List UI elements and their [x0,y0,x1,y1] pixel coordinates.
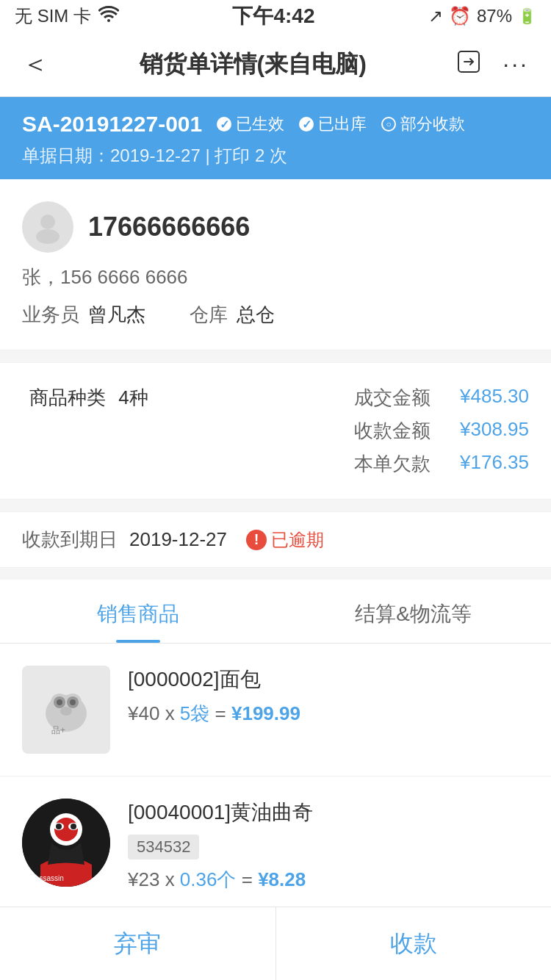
battery-icon: 🔋 [518,7,536,25]
stats-row: 商品种类 4种 成交金额 ¥485.30 收款金额 ¥308.95 本单欠款 ¥… [22,385,529,477]
customer-avatar [22,201,73,253]
svg-point-10 [60,707,72,716]
tab-settlement[interactable]: 结算&物流等 [276,580,551,643]
tab-sales-products[interactable]: 销售商品 [0,580,276,643]
svg-point-8 [57,699,62,705]
price-total-1: ¥199.99 [231,702,300,724]
status-left: 无 SIM 卡 [15,4,119,28]
stats-amounts: 成交金额 ¥485.30 收款金额 ¥308.95 本单欠款 ¥176.35 [354,385,529,477]
product-name-1: [0000002]面包 [128,666,529,693]
overdue-badge: ! 已逾期 [246,528,324,552]
wifi-icon [98,6,119,26]
tabs-row: 销售商品 结算&物流等 [0,580,551,643]
product-price-2: ¥23 x 0.36个 = ¥8.28 [128,867,529,893]
svg-text:assassin: assassin [35,874,64,882]
overdue-text: 已逾期 [271,528,324,552]
svg-point-9 [70,699,76,705]
product-info-1: [0000002]面包 ¥40 x 5袋 = ¥199.99 [128,666,529,727]
due-date-value: 2019-12-27 [129,528,227,551]
stats-section: 商品种类 4种 成交金额 ¥485.30 收款金额 ¥308.95 本单欠款 ¥… [0,362,551,500]
debt-amount: 本单欠款 ¥176.35 [354,451,529,477]
customer-id: 17666666666 [88,212,250,242]
warehouse-info: 仓库 总仓 [190,302,275,328]
bottom-bar: 弃审 收款 [0,907,551,980]
more-icon[interactable]: ··· [503,51,529,78]
header-banner-sub: 单据日期：2019-12-27 | 打印 2 次 [22,144,529,167]
transaction-value: ¥485.30 [460,385,529,411]
svg-point-2 [36,229,60,244]
product-item: 品+ [0000002]面包 ¥40 x 5袋 = ¥199.99 [0,644,551,777]
price-base-2: ¥23 [128,868,159,890]
tabs-section: 销售商品 结算&物流等 [0,580,551,644]
status-badge-3: ○ 部分收款 [381,113,465,135]
customer-contact: 张，156 6666 6666 [22,264,529,290]
transaction-label: 成交金额 [354,385,431,411]
nav-bar: ＜ 销货单详情(来自电脑) ··· [0,32,551,97]
order-number: SA-20191227-001 [22,112,202,137]
nav-actions: ··· [457,50,529,79]
customer-meta: 业务员 曾凡杰 仓库 总仓 [22,302,529,328]
check-icon-2: ✓ [299,117,314,131]
product-thumbnail-1: 品+ [22,666,110,754]
status-bar: 无 SIM 卡 下午4:42 ↗ ⏰ 87% 🔋 [0,0,551,32]
salesperson-label: 业务员 [22,302,79,328]
category-count: 4种 [118,386,148,408]
svg-point-1 [40,215,55,229]
price-base-1: ¥40 [128,702,159,724]
product-thumbnail-2: assassin [22,799,110,887]
svg-point-17 [56,824,62,829]
product-tag-2: 534532 [128,835,199,860]
price-total-2: ¥8.28 [258,868,306,890]
transaction-amount: 成交金额 ¥485.30 [354,385,529,411]
status-badge-2: ✓ 已出库 [299,113,367,135]
debt-label: 本单欠款 [354,451,431,477]
svg-point-18 [71,824,76,829]
share-icon[interactable] [457,50,480,79]
status-time: 下午4:42 [232,2,314,30]
product-info-2: [00040001]黄油曲奇 534532 ¥23 x 0.36个 = ¥8.2… [128,799,529,893]
overdue-icon: ! [246,530,267,550]
salesperson-info: 业务员 曾凡杰 [22,302,145,328]
status-badge-1: ✓ 已生效 [217,113,284,135]
page-title: 销货单详情(来自电脑) [140,48,367,81]
customer-top: 17666666666 [22,201,529,253]
warehouse-label: 仓库 [190,302,228,328]
header-banner-top: SA-20191227-001 ✓ 已生效 ✓ 已出库 ○ 部分收款 [22,112,529,137]
status-right: ↗ ⏰ 87% 🔋 [428,6,536,26]
back-button[interactable]: ＜ [22,46,48,82]
battery-text: 87% [477,6,512,26]
product-price-1: ¥40 x 5袋 = ¥199.99 [128,701,529,727]
check-icon-1: ✓ [217,117,231,131]
svg-text:品+: 品+ [51,725,65,735]
confirm-button[interactable]: 收款 [276,907,552,980]
cancel-button[interactable]: 弃审 [0,907,276,980]
category-label: 商品种类 [29,386,106,408]
salesperson-name: 曾凡杰 [88,302,145,328]
debt-value: ¥176.35 [460,451,529,477]
stats-category: 商品种类 4种 [22,385,148,411]
carrier-text: 无 SIM 卡 [15,4,91,28]
alarm-icon: ⏰ [449,6,471,26]
product-item: assassin [00040001]黄油曲奇 534532 ¥23 x 0.3… [0,777,551,915]
product-name-2: [00040001]黄油曲奇 [128,799,529,826]
location-icon: ↗ [428,6,443,26]
header-banner: SA-20191227-001 ✓ 已生效 ✓ 已出库 ○ 部分收款 单据日期：… [0,97,551,179]
due-label: 收款到期日 [22,527,118,552]
due-date-section: 收款到期日 2019-12-27 ! 已逾期 [0,511,551,568]
customer-section: 17666666666 张，156 6666 6666 业务员 曾凡杰 仓库 总… [0,179,551,350]
collection-label: 收款金额 [354,418,431,444]
collection-amount: 收款金额 ¥308.95 [354,418,529,444]
price-qty-1: 5袋 [180,702,209,724]
clock-icon: ○ [381,117,396,131]
warehouse-name: 总仓 [237,302,275,328]
collection-value: ¥308.95 [460,418,529,444]
price-qty-2: 0.36个 [180,868,237,890]
